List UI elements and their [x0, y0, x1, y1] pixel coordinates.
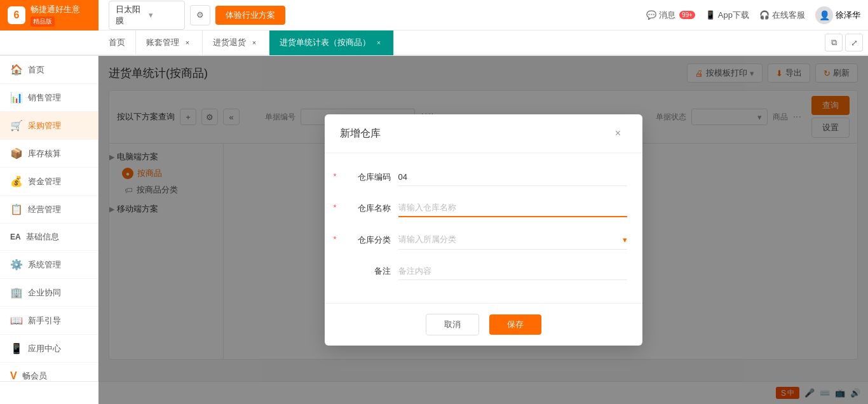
sidebar-item-home-label: 首页 [28, 64, 44, 76]
header-right: 💬 消息 99+ 📱 App下载 🎧 在线客服 👤 徐泽华 [646, 6, 860, 24]
mobile-icon: 📱 [705, 10, 715, 20]
sales-icon: 📊 [10, 91, 23, 104]
chevron-down-icon: ▾ [149, 10, 178, 20]
form-code-label: 仓库编码 [340, 172, 391, 183]
tab-account[interactable]: 账套管理 × [136, 30, 203, 55]
sidebar-item-guide[interactable]: 📖 新手引导 [0, 307, 98, 335]
cancel-button[interactable]: 取消 [426, 314, 479, 335]
sidebar-item-inventory[interactable]: 📦 库存核算 [0, 140, 98, 168]
enterprise-icon: 🏢 [10, 286, 23, 299]
tab-purchase-return-label: 进货退货 [213, 37, 246, 48]
app-center-icon: 📱 [10, 342, 23, 354]
form-name-label: 仓库名称 [340, 203, 391, 214]
modal-title: 新增仓库 [340, 127, 381, 140]
app-download-button[interactable]: 📱 App下载 [705, 10, 749, 21]
tab-home-label: 首页 [109, 37, 125, 48]
user-area[interactable]: 👤 徐泽华 [815, 6, 860, 24]
tab-fullscreen-button[interactable]: ⤢ [845, 34, 863, 51]
form-category-label: 仓库分类 [340, 234, 391, 246]
form-note-label: 备注 [340, 266, 391, 277]
sidebar-item-app-center[interactable]: 📱 应用中心 [0, 335, 98, 363]
tab-bar: 首页 账套管理 × 进货退货 × 进货单统计表（按商品） × ⧉ ⤢ [0, 30, 868, 56]
modal-overlay: 新增仓库 × 仓库编码 仓库名称 仓库分类 请输入 [98, 56, 868, 404]
store-name: 日太阳膜 [116, 4, 145, 27]
warehouse-code-input[interactable] [398, 168, 627, 186]
store-selector[interactable]: 日太阳膜 ▾ [109, 1, 185, 30]
tab-restore-button[interactable]: ⧉ [825, 34, 843, 51]
tab-bar-right: ⧉ ⤢ [822, 34, 868, 51]
online-service-label: 在线客服 [772, 10, 805, 21]
brand-info: 畅捷通好生意 精品版 [31, 4, 80, 27]
inventory-icon: 📦 [10, 147, 23, 159]
modal-header: 新增仓库 × [325, 114, 642, 153]
sidebar-item-home[interactable]: 🏠 首页 [0, 56, 98, 84]
warehouse-note-input[interactable] [398, 262, 627, 280]
home-icon: 🏠 [10, 64, 23, 76]
app-download-label: App下载 [718, 10, 749, 21]
sidebar-item-basic-info[interactable]: EA 基础信息 [0, 224, 98, 251]
sidebar-item-enterprise[interactable]: 🏢 企业协同 [0, 279, 98, 307]
basic-info-icon: EA [10, 232, 21, 241]
message-label: 消息 [659, 10, 675, 21]
form-row-name: 仓库名称 [340, 199, 627, 217]
tab-home[interactable]: 首页 [98, 30, 136, 55]
restore-icon: ⧉ [831, 37, 837, 48]
finance-icon: 💰 [10, 175, 23, 187]
sidebar-item-finance-label: 资金管理 [28, 176, 61, 187]
user-avatar: 👤 [815, 6, 833, 24]
guide-icon: 📖 [10, 314, 23, 327]
purchase-icon: 🛒 [10, 119, 23, 131]
tab-purchase-stat[interactable]: 进货单统计表（按商品） × [269, 30, 394, 55]
category-placeholder: 请输入所属分类 [398, 234, 456, 245]
online-service-button[interactable]: 🎧 在线客服 [759, 10, 805, 21]
message-button[interactable]: 💬 消息 99+ [646, 10, 695, 21]
modal-body: 仓库编码 仓库名称 仓库分类 请输入所属分类 ▾ [325, 153, 642, 303]
sidebar: 🏠 首页 📊 销售管理 🛒 采购管理 📦 库存核算 💰 资金管理 📋 经营管理 … [0, 56, 98, 404]
brand-name: 畅捷通好生意 [31, 4, 80, 15]
new-warehouse-modal: 新增仓库 × 仓库编码 仓库名称 仓库分类 请输入 [325, 114, 642, 346]
tab-purchase-stat-close[interactable]: × [374, 38, 383, 47]
trial-button[interactable]: 体验行业方案 [215, 6, 285, 25]
fullscreen-icon: ⤢ [851, 38, 858, 48]
tab-purchase-return-close[interactable]: × [250, 38, 259, 47]
tab-purchase-stat-label: 进货单统计表（按商品） [280, 37, 370, 48]
sidebar-item-operations[interactable]: 📋 经营管理 [0, 196, 98, 224]
sidebar-item-inventory-label: 库存核算 [28, 148, 61, 159]
operations-icon: 📋 [10, 203, 23, 215]
content-area: 进货单统计(按商品) 🖨 按模板打印 ▾ ⬇ 导出 ↻ 刷新 按以下方案查询 [98, 56, 868, 404]
form-row-code: 仓库编码 [340, 168, 627, 186]
headset-icon: 🎧 [759, 10, 770, 20]
form-row-note: 备注 [340, 262, 627, 280]
gear-icon: ⚙ [196, 10, 204, 20]
message-icon: 💬 [646, 10, 656, 20]
sidebar-item-basic-info-label: 基础信息 [26, 231, 59, 243]
settings-button[interactable]: ⚙ [190, 5, 210, 25]
sidebar-item-finance[interactable]: 💰 资金管理 [0, 168, 98, 196]
sidebar-item-operations-label: 经营管理 [28, 204, 61, 215]
sidebar-item-system[interactable]: ⚙️ 系统管理 [0, 251, 98, 279]
sidebar-item-purchase[interactable]: 🛒 采购管理 [0, 112, 98, 140]
system-icon: ⚙️ [10, 259, 23, 271]
select-arrow-icon: ▾ [623, 235, 627, 245]
main-layout: 🏠 首页 📊 销售管理 🛒 采购管理 📦 库存核算 💰 资金管理 📋 经营管理 … [0, 56, 868, 404]
tab-purchase-return[interactable]: 进货退货 × [203, 30, 269, 55]
warehouse-category-select[interactable]: 请输入所属分类 ▾ [398, 230, 627, 250]
sidebar-item-enterprise-label: 企业协同 [28, 287, 61, 299]
tab-account-label: 账套管理 [146, 37, 179, 48]
sidebar-item-vip-label: 畅会员 [22, 370, 47, 382]
sidebar-item-purchase-label: 采购管理 [28, 120, 61, 131]
sidebar-item-system-label: 系统管理 [28, 259, 61, 271]
brand-badge: 精品版 [31, 17, 55, 27]
sidebar-item-app-center-label: 应用中心 [28, 343, 61, 354]
top-header: 6 畅捷通好生意 精品版 日太阳膜 ▾ ⚙ 体验行业方案 💬 消息 99+ 📱 … [0, 0, 868, 30]
tab-account-close[interactable]: × [183, 38, 192, 47]
modal-close-button[interactable]: × [609, 125, 627, 142]
modal-footer: 取消 保存 [325, 303, 642, 346]
notification-badge: 99+ [679, 11, 695, 19]
vip-icon: V [10, 370, 17, 382]
logo-area: 6 畅捷通好生意 精品版 [0, 0, 98, 30]
save-button[interactable]: 保存 [489, 314, 541, 335]
sidebar-item-sales[interactable]: 📊 销售管理 [0, 84, 98, 112]
sidebar-item-sales-label: 销售管理 [28, 92, 61, 104]
warehouse-name-input[interactable] [398, 199, 627, 217]
